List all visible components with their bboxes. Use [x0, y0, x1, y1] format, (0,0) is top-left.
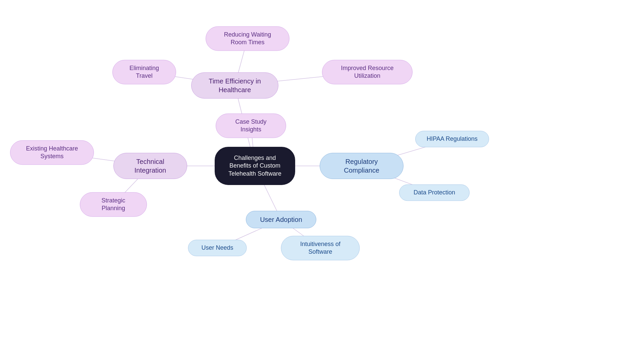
node-user-needs[interactable]: User Needs — [188, 240, 247, 256]
node-time-efficiency-label: Time Efficiency in Healthcare — [201, 77, 269, 94]
node-reducing-waiting[interactable]: Reducing Waiting Room Times — [206, 26, 289, 51]
node-center[interactable]: Challenges and Benefits of Custom Telehe… — [215, 147, 295, 185]
node-improved-resource-label: Improved Resource Utilization — [332, 64, 403, 80]
node-user-adoption[interactable]: User Adoption — [246, 211, 316, 228]
node-case-study-label: Case Study Insights — [225, 118, 276, 134]
node-strategic-planning-label: Strategic Planning — [90, 197, 137, 213]
node-case-study[interactable]: Case Study Insights — [216, 114, 286, 138]
connections-svg — [0, 0, 644, 363]
node-regulatory-compliance[interactable]: Regulatory Compliance — [320, 153, 404, 179]
node-data-protection[interactable]: Data Protection — [399, 184, 470, 201]
node-time-efficiency[interactable]: Time Efficiency in Healthcare — [191, 72, 278, 99]
node-intuitiveness[interactable]: Intuitiveness of Software — [281, 236, 360, 260]
node-reducing-waiting-label: Reducing Waiting Room Times — [215, 31, 280, 47]
node-eliminating-travel[interactable]: Eliminating Travel — [112, 60, 176, 84]
node-regulatory-compliance-label: Regulatory Compliance — [329, 157, 394, 175]
node-strategic-planning[interactable]: Strategic Planning — [80, 192, 147, 217]
node-eliminating-travel-label: Eliminating Travel — [122, 64, 166, 80]
node-technical-integration-label: Technical Integration — [123, 157, 177, 175]
node-data-protection-label: Data Protection — [414, 189, 455, 196]
node-center-label: Challenges and Benefits of Custom Telehe… — [227, 154, 283, 178]
node-user-needs-label: User Needs — [201, 244, 233, 252]
node-intuitiveness-label: Intuitiveness of Software — [291, 240, 350, 256]
node-technical-integration[interactable]: Technical Integration — [113, 153, 187, 179]
node-hipaa[interactable]: HIPAA Regulations — [415, 131, 489, 147]
node-existing-healthcare[interactable]: Existing Healthcare Systems — [10, 140, 94, 165]
mindmap-container: Challenges and Benefits of Custom Telehe… — [0, 0, 644, 363]
node-existing-healthcare-label: Existing Healthcare Systems — [20, 145, 84, 161]
node-improved-resource[interactable]: Improved Resource Utilization — [322, 60, 413, 84]
node-user-adoption-label: User Adoption — [260, 215, 302, 224]
node-hipaa-label: HIPAA Regulations — [427, 135, 478, 143]
